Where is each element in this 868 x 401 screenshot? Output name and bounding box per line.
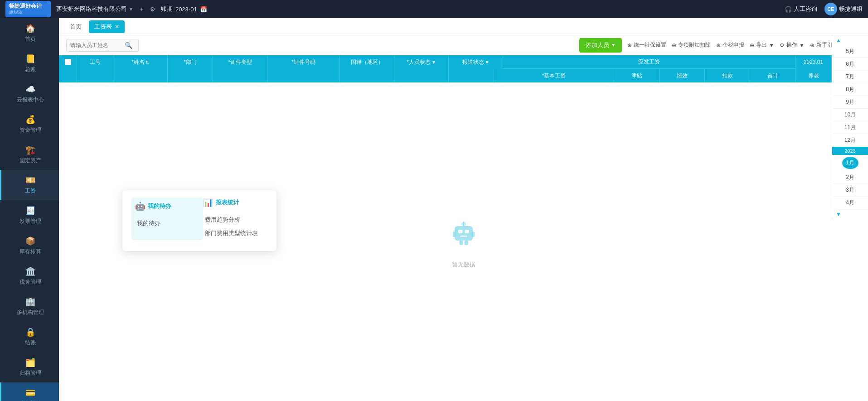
sidebar-item-closing[interactable]: 🔒 结账 [0, 322, 59, 352]
tab-home-label: 首页 [70, 23, 82, 31]
sub-empty3 [113, 69, 168, 82]
settings-icon[interactable]: ⚙ [150, 6, 155, 13]
month-item-12[interactable]: 12月 [832, 134, 868, 147]
sidebar: 🏠 首页 📒 总账 ☁️ 云报表中心 💰 资金管理 🏗️ 固定资产 💴 工资 🧾… [0, 18, 59, 401]
sub-th-jixiao: 绩效 [659, 69, 705, 82]
svg-rect-4 [453, 232, 456, 237]
month-item-10[interactable]: 10月 [832, 109, 868, 121]
search-icon[interactable]: 🔍 [125, 42, 132, 49]
month-nav-down-icon[interactable]: ▼ [836, 211, 841, 217]
tab-salary-table[interactable]: 工资表 ✕ [89, 20, 125, 33]
month-panel-nav-up[interactable]: ▲ [832, 35, 868, 45]
sidebar-label-archive: 归档管理 [19, 369, 41, 377]
customer-service-btn[interactable]: 🎧 人工咨询 [785, 5, 817, 13]
operation-icon: ⚙ [780, 42, 785, 48]
sidebar-item-fixed-assets[interactable]: 🏗️ 固定资产 [0, 140, 59, 170]
month-item-2[interactable]: 2月 [832, 171, 868, 184]
sidebar-item-invoice[interactable]: 🧾 发票管理 [0, 200, 59, 231]
operation-btn[interactable]: ⚙ 操作 ▼ [780, 41, 805, 49]
search-box[interactable]: 🔍 [66, 39, 139, 52]
sidebar-item-cloud-report[interactable]: ☁️ 云报表中心 [0, 79, 59, 109]
month-panel-nav-down[interactable]: ▼ [832, 209, 868, 219]
sidebar-item-tax[interactable]: 🏛️ 税务管理 [0, 261, 59, 291]
individual-tax-btn[interactable]: ⊕ 个税申报 [716, 41, 744, 49]
content-area: 首页 工资表 ✕ 🔍 添加人员 ▼ ⊕ 统一社保设置 ⊕ [59, 18, 868, 401]
sidebar-item-archive[interactable]: 🗂️ 归档管理 [0, 352, 59, 382]
th-checkbox[interactable] [59, 55, 77, 69]
social-insurance-btn[interactable]: ⊕ 统一社保设置 [627, 41, 666, 49]
sidebar-item-salary[interactable]: 💴 工资 [0, 170, 59, 200]
todo-icon: 🤖 [135, 201, 145, 211]
month-item-8[interactable]: 8月 [832, 83, 868, 96]
add-person-button[interactable]: 添加人员 ▼ [579, 38, 622, 53]
chevron-down-icon: ▼ [129, 7, 133, 12]
tab-salary-label: 工资表 [94, 23, 112, 31]
operation-label: 操作 [786, 41, 797, 49]
invoice-icon: 🧾 [25, 206, 35, 216]
user-profile-btn[interactable]: CE 畅捷通组 [824, 3, 863, 15]
sub-empty6 [267, 69, 340, 82]
logo-area[interactable]: 畅捷通好会计 旗舰版 [5, 1, 51, 17]
month-item-5[interactable]: 5月 [832, 45, 868, 58]
sidebar-item-xiaochang[interactable]: 💳 小畅报销 ◀ [0, 382, 59, 401]
sub-empty4 [168, 69, 213, 82]
export-btn[interactable]: ⊕ 导出 ▼ [750, 41, 774, 49]
add-company-btn[interactable]: ＋ [139, 5, 145, 13]
sidebar-item-ledger[interactable]: 📒 总账 [0, 48, 59, 79]
sidebar-item-funds[interactable]: 💰 资金管理 [0, 109, 59, 140]
month-item-3[interactable]: 3月 [832, 184, 868, 197]
operation-dropdown-icon: ▼ [799, 42, 805, 48]
sidebar-item-inventory[interactable]: 📦 库存核算 [0, 231, 59, 261]
sidebar-item-multi-org[interactable]: 🏢 多机构管理 [0, 291, 59, 322]
sub-empty5 [213, 69, 267, 82]
popup-item-cost-trend[interactable]: 费用趋势分析 [203, 213, 267, 227]
sort-xingming-icon[interactable]: ⇅ [145, 60, 149, 65]
avatar: CE [824, 3, 837, 15]
svg-rect-3 [460, 235, 467, 237]
sidebar-label-home: 首页 [25, 35, 36, 43]
month-item-11[interactable]: 11月 [832, 121, 868, 134]
th-guoji: 国籍（地区） [340, 55, 394, 69]
popup-item-my-todo[interactable]: 我的待办 [135, 217, 199, 230]
th-baosong[interactable]: 报送状态 ▼ [449, 55, 503, 69]
sub-th-jiben: *基本工资 [494, 69, 614, 82]
ledger-icon: 📒 [25, 54, 35, 64]
month-item-4[interactable]: 4月 [832, 197, 868, 209]
th-yingfa-year: 2023.01 [795, 55, 832, 69]
th-renyuan[interactable]: *人员状态 ▼ [394, 55, 449, 69]
company-selector[interactable]: 西安虾米网络科技有限公司 ▼ [56, 5, 133, 13]
filter-renyuan-icon[interactable]: ▼ [432, 60, 436, 65]
header-checkbox[interactable] [65, 59, 71, 65]
sub-empty8 [394, 69, 449, 82]
filter-baosong-icon[interactable]: ▼ [485, 60, 490, 65]
month-item-1-active[interactable]: 1月 [842, 157, 858, 169]
svg-rect-0 [455, 226, 473, 241]
sub-empty1 [59, 69, 77, 82]
tab-bar: 首页 工资表 ✕ [59, 18, 868, 35]
user-area: 🎧 人工咨询 CE 畅捷通组 [785, 3, 863, 15]
month-item-9[interactable]: 9月 [832, 96, 868, 109]
popup-col-todo: 🤖 我的待办 我的待办 [131, 198, 203, 240]
sub-th-heji: 合计 [750, 69, 795, 82]
sidebar-label-salary: 工资 [25, 187, 36, 195]
calendar-icon[interactable]: 📅 [200, 6, 207, 13]
empty-text: 暂无数据 [452, 261, 475, 269]
special-deduct-icon: ⊕ [672, 42, 676, 48]
tab-home[interactable]: 首页 [64, 20, 87, 33]
sidebar-label-ledger: 总账 [25, 66, 36, 73]
company-name: 西安虾米网络科技有限公司 [56, 5, 127, 13]
popup-col-report-title: 📊 报表统计 [203, 198, 267, 208]
sidebar-item-home[interactable]: 🏠 首页 [0, 18, 59, 48]
th-xingming[interactable]: *姓名 ⇅ [113, 55, 168, 69]
popup-col-todo-title: 🤖 我的待办 [135, 201, 199, 211]
special-deduct-btn[interactable]: ⊕ 专项附加扣除 [672, 41, 711, 49]
yingfa-group-label: 应发工资 [503, 55, 795, 69]
month-item-7[interactable]: 7月 [832, 71, 868, 83]
month-nav-up-icon[interactable]: ▲ [836, 37, 841, 43]
table-header-row1: 工号 *姓名 ⇅ *部门 *证件类型 *证件号码 国籍（地区） *人员状态 ▼ … [59, 55, 868, 69]
popup-item-dept-cost[interactable]: 部门费用类型统计表 [203, 227, 267, 240]
month-item-6[interactable]: 6月 [832, 58, 868, 71]
tab-close-icon[interactable]: ✕ [115, 24, 119, 30]
search-input[interactable] [70, 42, 125, 48]
assets-icon: 🏗️ [25, 145, 35, 155]
